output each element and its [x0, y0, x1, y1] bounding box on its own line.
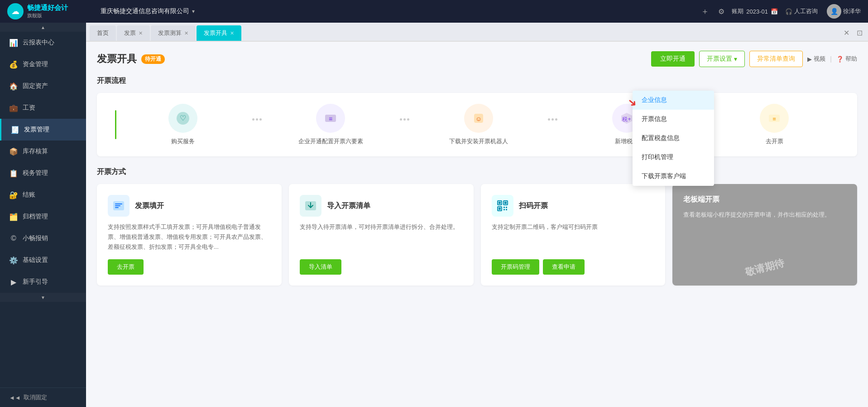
svg-rect-20: [499, 208, 501, 210]
help-circle-icon: ❓: [836, 56, 844, 63]
consult-button[interactable]: 🎧 人工咨询: [785, 7, 818, 15]
funds-icon: 💰: [9, 60, 18, 69]
sidebar-item-inventory[interactable]: 📦 库存核算: [0, 141, 86, 162]
logo-text: 畅捷通好会计 旗舰版: [27, 4, 68, 19]
view-apply-button[interactable]: 查看申请: [543, 259, 585, 275]
step-connector-2: [395, 118, 414, 121]
svg-rect-19: [504, 202, 507, 204]
tab-invoice-issue[interactable]: 发票开具 ✕: [197, 25, 241, 41]
help-button[interactable]: ❓ 帮助: [836, 55, 857, 63]
dropdown-item-invoice-info[interactable]: 开票信息: [633, 110, 714, 129]
cancel-pin-button[interactable]: ◄◄ 取消固定: [0, 388, 86, 407]
settings-icon[interactable]: ⚙: [718, 7, 724, 16]
sidebar-scroll-up[interactable]: ▲: [0, 23, 86, 32]
consult-label: 人工咨询: [794, 7, 818, 15]
sidebar-item-tax[interactable]: 📋 税务管理: [0, 162, 86, 184]
invoice-icon: 🧾: [10, 125, 19, 134]
manual-invoice-button[interactable]: 去开票: [108, 259, 144, 275]
company-selector[interactable]: 重庆畅捷交通信息咨询有限公司 ▾: [101, 7, 692, 15]
app-subtitle: 旗舰版: [27, 12, 68, 19]
method-card-manual: 发票填开 支持按照发票样式手工填开发票；可开具增值税电子普通发票、增值税普通发票…: [97, 184, 282, 286]
tab-maximize-button[interactable]: ⊡: [855, 27, 864, 39]
tab-close-all-button[interactable]: ✕: [842, 27, 851, 39]
sidebar-item-expense[interactable]: © 小畅报销: [0, 228, 86, 249]
dropdown-arrow-icon: ▾: [734, 55, 737, 63]
sidebar-item-settings[interactable]: ⚙️ 基础设置: [0, 249, 86, 271]
method-boss-title: 老板端开票: [683, 195, 719, 204]
guide-icon: ▶: [9, 277, 18, 286]
tab-bar-actions: ✕ ⊡: [842, 27, 864, 41]
dropdown-item-download[interactable]: 下载开票客户端: [633, 167, 714, 186]
user-area[interactable]: 👤 徐泽华: [827, 4, 861, 19]
step3-icon: ☺: [464, 104, 493, 133]
flow-step-3: ☺ 下载并安装开票机器人: [414, 104, 543, 145]
tab-home[interactable]: 首页: [90, 25, 116, 41]
dropdown-item-company[interactable]: 企业信息: [633, 91, 714, 110]
import-list-button[interactable]: 导入清单: [300, 259, 341, 275]
tab-invoice-calc-close[interactable]: ✕: [184, 30, 188, 36]
methods-section-title: 开票方式: [97, 167, 857, 177]
sidebar-item-funds[interactable]: 💰 资金管理: [0, 53, 86, 75]
sidebar-item-invoice[interactable]: 🧾 发票管理: [0, 119, 86, 141]
sidebar-label-reports: 云报表中心: [23, 39, 54, 47]
sidebar-label-salary: 工资: [23, 104, 35, 112]
sidebar-label-guide: 新手引导: [23, 278, 48, 286]
svg-rect-21: [504, 207, 505, 208]
sidebar-item-reports[interactable]: 📊 云报表中心: [0, 32, 86, 53]
period-value: 2023-01: [746, 8, 768, 15]
sidebar-item-guide[interactable]: ▶ 新手引导: [0, 271, 86, 293]
sidebar-label-funds: 资金管理: [23, 60, 48, 68]
salary-icon: 💼: [9, 103, 18, 112]
sidebar-item-close[interactable]: 🔐 结账: [0, 184, 86, 206]
dropdown-item-taxdisk[interactable]: 配置税盘信息: [633, 129, 714, 148]
method-manual-icon: [108, 195, 129, 217]
svg-text:税+: 税+: [622, 116, 631, 122]
tab-invoice-calc-label: 发票测算: [158, 29, 182, 37]
dropdown-item-printer[interactable]: 打印机管理: [633, 148, 714, 167]
archive-icon: 🗂️: [9, 212, 18, 221]
add-button[interactable]: ＋: [699, 4, 711, 19]
method-scan-desc: 支持定制开票二维码，客户端可扫码开票: [492, 222, 655, 252]
sidebar-bottom: ◄◄ 取消固定: [0, 388, 86, 407]
page-title: 发票开具 待开通: [97, 52, 165, 66]
sidebar-label-invoice: 发票管理: [24, 126, 49, 134]
sidebar-scroll-down[interactable]: ▼: [0, 293, 86, 302]
separator: |: [830, 55, 832, 63]
calendar-icon[interactable]: 📅: [771, 8, 778, 15]
tab-invoice-issue-close[interactable]: ✕: [230, 30, 234, 36]
flow-step-5: ≡ 去开票: [710, 104, 839, 145]
reports-icon: 📊: [9, 38, 18, 47]
activate-button[interactable]: 立即开通: [651, 51, 695, 67]
svg-rect-18: [499, 202, 501, 204]
sidebar-item-archive[interactable]: 🗂️ 归档管理: [0, 206, 86, 228]
tab-home-label: 首页: [97, 29, 109, 37]
sidebar-item-salary[interactable]: 💼 工资: [0, 97, 86, 119]
settings-button[interactable]: 开票设置 ▾: [699, 51, 745, 67]
flow-step-2: ≡ 企业开通配置开票六要素: [266, 104, 396, 145]
chevron-down-icon: ▾: [192, 8, 195, 15]
company-name: 重庆畅捷交通信息咨询有限公司: [101, 7, 189, 15]
abnormal-button[interactable]: 异常清单查询: [749, 51, 803, 67]
tab-bar: 首页 发票 ✕ 发票测算 ✕ 发票开具 ✕ ✕ ⊡: [86, 23, 868, 42]
settings-button-label: 开票设置: [707, 55, 732, 63]
step-connector-1: [248, 118, 266, 121]
video-button[interactable]: ▶ 视频: [807, 55, 825, 63]
logo-area: ☁ 畅捷通好会计 旗舰版: [7, 3, 93, 19]
method-boss-header: 老板端开票: [683, 195, 846, 204]
method-manual-title: 发票填开: [135, 201, 164, 211]
tab-invoice-label: 发票: [124, 29, 136, 37]
video-label: 视频: [814, 55, 825, 63]
sidebar-item-assets[interactable]: 🏠 固定资产: [0, 75, 86, 97]
tab-invoice-close[interactable]: ✕: [139, 30, 143, 36]
svg-text:≡: ≡: [329, 115, 332, 122]
avatar: 👤: [827, 4, 841, 19]
qr-manage-button[interactable]: 开票码管理: [492, 259, 539, 275]
step1-icon: ♡: [168, 104, 197, 133]
svg-rect-13: [115, 207, 119, 208]
method-import-desc: 支持导入待开票清单，可对待开票清单进行拆分、合并处理。: [300, 222, 463, 252]
method-card-import: 导入开票清单 支持导入待开票清单，可对待开票清单进行拆分、合并处理。 导入清单: [289, 184, 474, 286]
tab-invoice[interactable]: 发票 ✕: [117, 25, 150, 41]
content-area: 首页 发票 ✕ 发票测算 ✕ 发票开具 ✕ ✕ ⊡: [86, 23, 868, 407]
sidebar-label-inventory: 库存核算: [23, 147, 48, 155]
tab-invoice-calc[interactable]: 发票测算 ✕: [151, 25, 196, 41]
